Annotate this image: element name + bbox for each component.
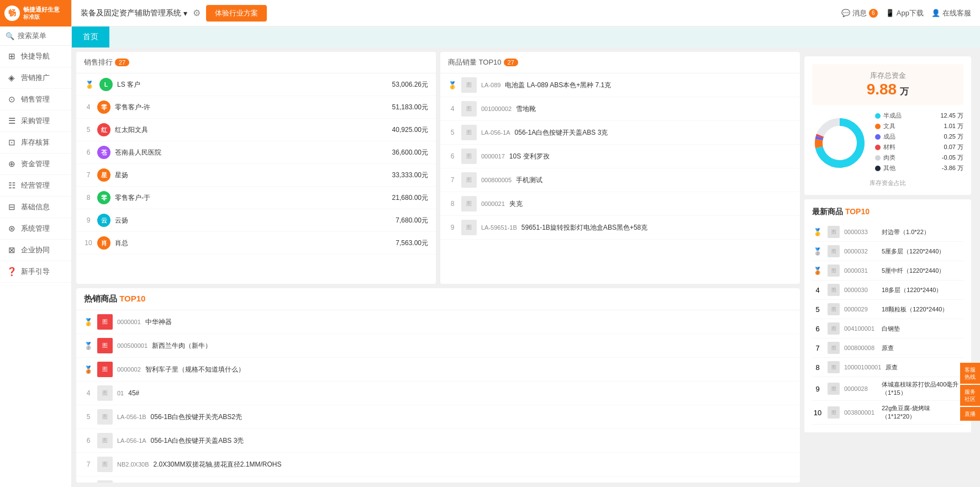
product-item[interactable]: 8 图 0000011 12070519-xs xyxy=(76,477,800,483)
online-service-btn[interactable]: 👤 在线客服 xyxy=(931,8,971,18)
product-img: 图 xyxy=(461,172,477,188)
customer-item[interactable]: 5 红 红太阳文具 40,925.00元 xyxy=(76,119,436,141)
rank-num: 6 xyxy=(84,149,93,156)
sidebar-item-guide[interactable]: ❓ 新手引导 xyxy=(0,261,71,283)
legend-value: -0.05 万 xyxy=(942,153,963,162)
avatar: L xyxy=(99,78,113,91)
product-code: LA-59651-1B xyxy=(481,224,517,231)
product-item[interactable]: 6 图 LA-056-1A 056-1A白色按键开关盖ABS 3壳 xyxy=(76,429,800,453)
product-item[interactable]: 4 图 001000002 雪地靴 xyxy=(440,97,800,121)
customer-name: 苍南县人民医院 xyxy=(115,148,388,157)
new-product-item[interactable]: 10 图 003800001 22g鱼豆腐-烧烤味（1*12*20） xyxy=(812,401,963,425)
product-code: 0000021 xyxy=(481,200,505,207)
product-sales-top10-panel: 商品销量 TOP1027 🥇 图 LA-089 电池盖 LA-089 ABS本色… xyxy=(440,52,800,284)
customer-item[interactable]: 6 苍 苍南县人民医院 36,600.00元 xyxy=(76,141,436,164)
product-item[interactable]: 8 图 0000021 夹克 xyxy=(440,192,800,216)
customer-item[interactable]: 🥇 L LS 客户 53,006.26元 xyxy=(76,73,436,96)
product-code: LA-056-1B xyxy=(117,414,146,420)
rank-medal: 🥇 xyxy=(84,81,95,89)
product-item[interactable]: 🥉 图 0000002 智利车子里（规格不知道填什么） xyxy=(76,358,800,382)
product-item[interactable]: 🥈 图 000500001 新西兰牛肉（新牛） xyxy=(76,334,800,358)
customer-item[interactable]: 8 零 零售客户-于 21,680.00元 xyxy=(76,187,436,209)
customer-item[interactable]: 9 云 云扬 7,680.00元 xyxy=(76,209,436,232)
coop-icon: ⊠ xyxy=(7,245,17,255)
customer-item[interactable]: 10 肖 肖总 7,563.00元 xyxy=(76,232,436,255)
product-img: 图 xyxy=(97,409,113,425)
tab-home[interactable]: 首页 xyxy=(72,27,109,47)
customer-name: LS 客户 xyxy=(117,80,388,89)
product-code: 01 xyxy=(117,390,124,396)
quick-nav-icon: ⊞ xyxy=(7,51,17,61)
sidebar-item-operation[interactable]: ☷ 经营管理 xyxy=(0,175,71,197)
product-item[interactable]: 🥇 图 0000001 中华神器 xyxy=(76,310,800,334)
new-products-card: 最新商品 TOP10 🥇 图 0000033 封边带（1.0*22） 🥈 图 0… xyxy=(804,199,971,432)
rank-num: 4 xyxy=(84,389,93,397)
product-sales-badge: 27 xyxy=(504,59,518,66)
app-download-btn[interactable]: 📱 App下载 xyxy=(886,8,924,18)
sidebar-item-purchase[interactable]: ☰ 采购管理 xyxy=(0,110,71,132)
customer-service-btn[interactable]: 客服热线 xyxy=(960,363,980,384)
product-item[interactable]: 6 图 0000017 10S 变利罗孜 xyxy=(440,145,800,168)
trial-btn[interactable]: 体验行业方案 xyxy=(206,5,267,22)
rank-num: 6 xyxy=(812,325,823,333)
upper-row: 销售排行27 🥇 L LS 客户 53,006.26元 4 零 零售客户 xyxy=(76,52,800,284)
marketing-icon: ◈ xyxy=(7,73,17,83)
product-item[interactable]: 5 图 LA-056-1B 056-1B白色按键开关壳ABS2壳 xyxy=(76,405,800,429)
new-product-item[interactable]: 🥇 图 0000033 封边带（1.0*22） xyxy=(812,223,963,242)
new-product-img: 图 xyxy=(828,264,840,277)
direct-btn[interactable]: 直播 xyxy=(960,407,980,421)
product-name: 中华神器 xyxy=(145,317,792,327)
product-name: 手机测试 xyxy=(516,176,792,185)
service-community-btn[interactable]: 服务社区 xyxy=(960,385,980,406)
customer-amount: 33,333.00元 xyxy=(392,171,428,180)
rank-medal: 🥇 xyxy=(812,228,823,236)
new-product-name: 18多层（1220*2440） xyxy=(882,286,963,294)
product-img: 图 xyxy=(461,220,477,235)
new-product-name: 体城嘉枝味苏打饮品400毫升（1*15） xyxy=(882,380,963,397)
inventory-value: 9.88 xyxy=(867,81,897,98)
new-product-item[interactable]: 🥈 图 0000032 5厘多层（1220*2440） xyxy=(812,242,963,261)
system-name-dropdown[interactable]: 装备及固定资产辅助管理系统 ▾ xyxy=(81,8,187,18)
sidebar-item-marketing[interactable]: ◈ 营销推广 xyxy=(0,67,71,89)
messages-badge: 6 xyxy=(869,9,878,18)
sidebar-item-label: 库存核算 xyxy=(21,137,50,147)
new-product-item[interactable]: 5 图 0000029 18颗粒板（1220*2440） xyxy=(812,300,963,319)
sidebar-item-quick-nav[interactable]: ⊞ 快捷导航 xyxy=(0,46,71,67)
product-item[interactable]: 5 图 LA-056-1A 056-1A白色按键开关盖ABS 3克 xyxy=(440,121,800,145)
new-product-code: 0000028 xyxy=(844,385,877,392)
product-item[interactable]: 🥇 图 LA-089 电池盖 LA-089 ABS本色+黑种 7.1克 xyxy=(440,73,800,97)
sidebar-item-finance[interactable]: ⊕ 资金管理 xyxy=(0,153,71,175)
sidebar-item-coop[interactable]: ⊠ 企业协同 xyxy=(0,240,71,261)
main-area: 装备及固定资产辅助管理系统 ▾ ⚙ 体验行业方案 💬 消息 6 📱 App下载 … xyxy=(72,0,980,487)
new-product-name: 原查 xyxy=(886,363,963,372)
customer-item[interactable]: 4 零 零售客户-许 51,183.00元 xyxy=(76,96,436,119)
sidebar-item-basic[interactable]: ⊟ 基础信息 xyxy=(0,197,71,218)
product-item[interactable]: 7 图 000800005 手机测试 xyxy=(440,168,800,192)
new-product-code: 004100001 xyxy=(844,325,877,332)
settings-icon[interactable]: ⚙ xyxy=(193,8,201,18)
sidebar-item-sales[interactable]: ⊙ 销售管理 xyxy=(0,89,71,110)
product-item[interactable]: 4 图 01 45# xyxy=(76,382,800,405)
new-product-item[interactable]: 7 图 000800008 原查 xyxy=(812,338,963,358)
messages-btn[interactable]: 💬 消息 6 xyxy=(841,8,878,18)
customer-item[interactable]: 7 星 星扬 33,333.00元 xyxy=(76,164,436,187)
product-item[interactable]: 9 图 LA-59651-1B 59651-1B旋转投影灯电池盒ABS黑色+58… xyxy=(440,216,800,240)
new-product-item[interactable]: 8 图 10000100001 原查 xyxy=(812,358,963,377)
right-panel: 库存总资金 9.88 万 xyxy=(804,52,976,483)
avatar: 苍 xyxy=(97,146,110,159)
new-product-item[interactable]: 9 图 0000028 体城嘉枝味苏打饮品400毫升（1*15） xyxy=(812,377,963,401)
sidebar-item-system[interactable]: ⊛ 系统管理 xyxy=(0,218,71,240)
new-product-item[interactable]: 🥉 图 0000031 5厘中纤（1220*2440） xyxy=(812,261,963,280)
product-name: 056-1A白色按键开关盖ABS 3克 xyxy=(515,128,792,137)
new-product-code: 0000029 xyxy=(844,306,877,313)
product-item[interactable]: 7 图 NB2.0X30B 2.0X30MM双搓花轴,搓花直径2.1MM/ROH… xyxy=(76,453,800,477)
sidebar-item-inventory[interactable]: ⊡ 库存核算 xyxy=(0,132,71,153)
rank-medal: 🥇 xyxy=(448,81,457,89)
new-product-img: 图 xyxy=(828,361,840,373)
new-products-highlight: TOP10 xyxy=(845,207,870,216)
sidebar-brand: 畅 畅捷通好生意 标准版 xyxy=(0,0,71,27)
search-menu[interactable]: 🔍 搜索菜单 xyxy=(0,27,71,46)
new-product-item[interactable]: 6 图 004100001 白钢垫 xyxy=(812,319,963,338)
legend-value: 1.01 万 xyxy=(944,122,963,130)
new-product-item[interactable]: 4 图 0000030 18多层（1220*2440） xyxy=(812,280,963,300)
